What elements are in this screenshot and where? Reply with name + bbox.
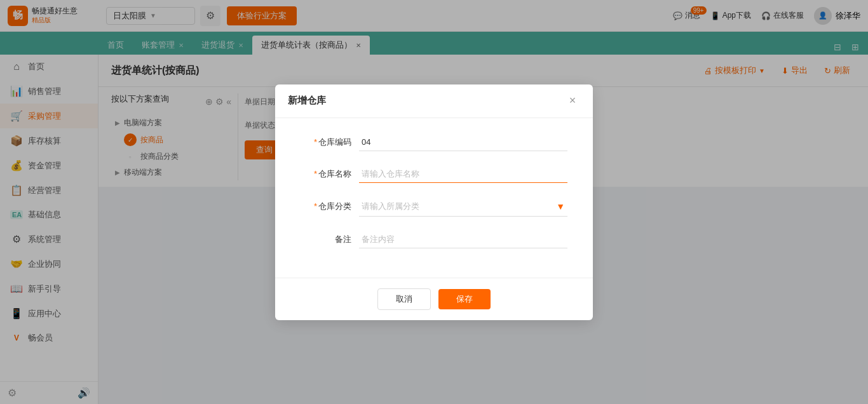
note-input[interactable] (359, 231, 567, 248)
warehouse-category-row: *仓库分类 请输入所属分类 ▼ (301, 197, 567, 217)
warehouse-code-row: *仓库编码 (301, 133, 567, 151)
modal-title: 新增仓库 (288, 95, 326, 107)
cancel-button[interactable]: 取消 (377, 288, 431, 310)
modal-header: 新增仓库 × (275, 84, 593, 118)
modal-close-button[interactable]: × (565, 93, 580, 109)
warehouse-category-select[interactable]: 请输入所属分类 ▼ (359, 197, 567, 217)
warehouse-name-row: *仓库名称 (301, 165, 567, 183)
save-button[interactable]: 保存 (438, 289, 491, 309)
add-warehouse-modal: 新增仓库 × *仓库编码 *仓库名称 *仓库分类 (275, 84, 593, 320)
warehouse-name-label: *仓库名称 (301, 168, 351, 180)
modal-overlay[interactable]: 新增仓库 × *仓库编码 *仓库名称 *仓库分类 (0, 0, 868, 404)
warehouse-category-placeholder: 请输入所属分类 (362, 201, 419, 212)
warehouse-category-arrow: ▼ (556, 201, 565, 212)
warehouse-code-label: *仓库编码 (301, 137, 351, 148)
note-label: 备注 (301, 234, 351, 245)
warehouse-name-input[interactable] (359, 165, 567, 183)
note-row: 备注 (301, 231, 567, 248)
modal-body: *仓库编码 *仓库名称 *仓库分类 请输入所属分类 ▼ (275, 118, 593, 278)
warehouse-code-input[interactable] (359, 133, 567, 151)
modal-footer: 取消 保存 (275, 278, 593, 320)
warehouse-category-label: *仓库分类 (301, 201, 351, 212)
